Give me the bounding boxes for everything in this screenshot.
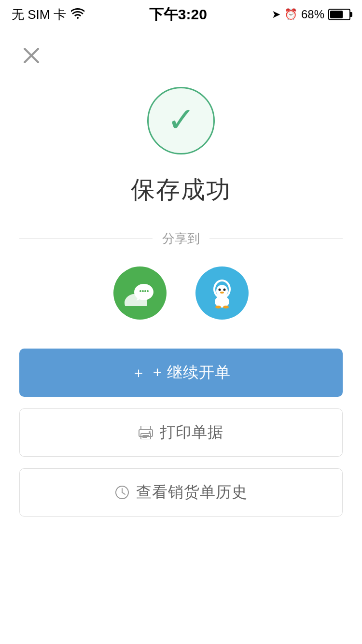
plus-icon: ＋ [131,363,146,383]
battery-percent-text: 68% [301,8,324,21]
svg-point-13 [220,292,224,294]
qq-share-button[interactable] [195,266,249,320]
share-icons-container [19,266,343,320]
main-content: ✓ 保存成功 分享到 [0,29,362,644]
wechat-share-button[interactable] [113,266,167,320]
close-button[interactable] [19,43,43,68]
svg-point-5 [142,290,144,292]
print-button[interactable]: 打印单据 [19,408,343,457]
history-button-label: 查看销货单历史 [136,482,248,503]
svg-line-25 [122,492,125,494]
continue-button-label: + 继续开单 [153,362,231,383]
history-icon [115,485,129,500]
status-carrier: 无 SIM 卡 [12,6,84,23]
share-label: 分享到 [162,230,200,247]
success-section: ✓ 保存成功 [131,72,231,225]
svg-point-15 [215,306,221,308]
checkmark-icon: ✓ [167,103,195,137]
carrier-text: 无 SIM 卡 [12,6,66,23]
alarm-icon: ⏰ [284,8,297,21]
divider-right [209,238,343,239]
svg-rect-17 [141,426,151,430]
svg-point-12 [223,289,226,291]
svg-rect-20 [142,435,149,436]
success-title: 保存成功 [131,174,231,206]
svg-point-4 [139,290,141,292]
continue-button[interactable]: ＋ + 继续开单 [19,349,343,397]
share-divider: 分享到 [19,230,343,247]
close-button-container [19,29,343,72]
svg-point-10 [216,285,228,297]
battery-icon [328,9,350,20]
share-section: 分享到 [19,230,343,349]
svg-point-16 [223,306,229,308]
print-button-label: 打印单据 [160,422,223,443]
svg-point-22 [149,431,151,433]
printer-icon [139,426,153,439]
history-button[interactable]: 查看销货单历史 [19,468,343,517]
svg-point-7 [147,290,149,292]
status-bar: 无 SIM 卡 下午3:20 ➤ ⏰ 68% [0,0,362,29]
divider-left [19,238,153,239]
status-indicators: ➤ ⏰ 68% [272,8,350,21]
wifi-icon [71,7,84,22]
action-buttons: ＋ + 继续开单 打印单据 [19,349,343,517]
success-circle: ✓ [147,87,215,154]
svg-rect-21 [142,437,147,438]
svg-point-6 [144,290,146,292]
status-time: 下午3:20 [149,5,207,25]
svg-point-11 [219,289,221,291]
location-icon: ➤ [272,8,280,21]
